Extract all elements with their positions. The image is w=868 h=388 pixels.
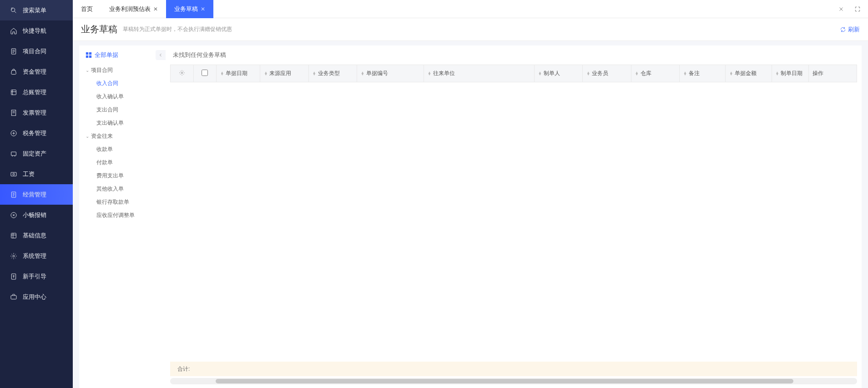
- sidebar-item-9[interactable]: 经营管理: [0, 184, 73, 205]
- sidebar-item-4[interactable]: 总账管理: [0, 82, 73, 102]
- sidebar-item-8[interactable]: 工资: [0, 164, 73, 184]
- money-bag-icon: [10, 68, 17, 76]
- sidebar-item-label: 税务管理: [23, 129, 46, 137]
- sidebar-item-5[interactable]: 发票管理: [0, 102, 73, 123]
- sidebar-item-12[interactable]: 系统管理: [0, 246, 73, 266]
- tab-1[interactable]: 业务利润预估表✕: [101, 0, 166, 18]
- sidebar-item-11[interactable]: 基础信息: [0, 225, 73, 246]
- sidebar-item-label: 工资: [23, 170, 35, 178]
- column-header-6[interactable]: ▲▼往来单位: [424, 65, 534, 82]
- column-header-9[interactable]: ▲▼仓库: [631, 65, 679, 82]
- gear-icon[interactable]: [179, 71, 185, 77]
- tab-close-icon[interactable]: ✕: [153, 6, 158, 12]
- column-label: 单据日期: [226, 70, 247, 77]
- column-header-4[interactable]: ▲▼业务类型: [308, 65, 357, 82]
- tax-icon: [10, 130, 17, 137]
- column-header-11[interactable]: ▲▼单据金额: [726, 65, 772, 82]
- sidebar-item-label: 固定资产: [23, 150, 46, 158]
- sort-icon: ▲▼: [428, 72, 431, 76]
- sidebar-item-0[interactable]: 搜索菜单: [0, 0, 73, 20]
- guide-icon: [10, 273, 17, 280]
- sort-icon: ▲▼: [729, 72, 733, 76]
- column-header-10[interactable]: ▲▼备注: [679, 65, 725, 82]
- horizontal-scrollbar[interactable]: [170, 378, 857, 384]
- sidebar-item-label: 经营管理: [23, 191, 46, 199]
- filter-item-0-2[interactable]: 支出合同: [79, 103, 166, 116]
- column-label: 仓库: [641, 70, 651, 77]
- column-header-2[interactable]: ▲▼单据日期: [217, 65, 260, 82]
- table-area: 未找到任何业务草稿 ▲▼单据日期▲▼来源应用▲▼业务类型▲▼单据编号▲▼往来单位…: [166, 45, 862, 388]
- sidebar-item-label: 小畅报销: [23, 211, 46, 219]
- tab-0[interactable]: 首页: [73, 0, 101, 18]
- sidebar-item-6[interactable]: 税务管理: [0, 123, 73, 143]
- sidebar-item-14[interactable]: 应用中心: [0, 287, 73, 307]
- svg-rect-14: [11, 295, 16, 299]
- tab-2[interactable]: 业务草稿✕: [166, 0, 213, 18]
- column-label: 往来单位: [433, 70, 455, 77]
- column-label: 备注: [689, 70, 700, 77]
- column-header-12[interactable]: ▲▼制单日期: [772, 65, 808, 82]
- sidebar-item-7[interactable]: 固定资产: [0, 143, 73, 164]
- filter-all-docs[interactable]: 全部单据: [79, 51, 166, 64]
- collapse-filter-icon[interactable]: [156, 50, 166, 60]
- invoice-icon: [10, 109, 17, 116]
- sort-icon: ▲▼: [220, 72, 224, 76]
- svg-rect-17: [86, 55, 88, 58]
- svg-rect-15: [86, 52, 88, 55]
- sidebar-item-label: 发票管理: [23, 109, 46, 117]
- tab-close-icon[interactable]: ✕: [201, 6, 205, 12]
- sidebar-item-10[interactable]: 小畅报销: [0, 205, 73, 225]
- column-label: 操作: [812, 70, 823, 77]
- filter-item-1-3[interactable]: 其他收入单: [79, 182, 166, 196]
- column-header-3[interactable]: ▲▼来源应用: [260, 65, 308, 82]
- close-icon[interactable]: [835, 3, 847, 15]
- filter-item-0-0[interactable]: 收入合同: [79, 77, 166, 90]
- svg-rect-6: [11, 172, 16, 176]
- column-label: 制单人: [544, 70, 560, 77]
- contract-icon: [10, 48, 17, 55]
- scrollbar-thumb[interactable]: [216, 379, 793, 383]
- column-header-13: 操作: [808, 65, 857, 82]
- sidebar-item-2[interactable]: 项目合同: [0, 41, 73, 61]
- sidebar-item-13[interactable]: 新手引导: [0, 266, 73, 287]
- filter-item-0-1[interactable]: 收入确认单: [79, 90, 166, 103]
- filter-item-0-3[interactable]: 支出确认单: [79, 116, 166, 130]
- svg-rect-10: [11, 233, 16, 238]
- svg-point-7: [13, 173, 15, 175]
- filter-item-1-1[interactable]: 付款单: [79, 156, 166, 169]
- filter-item-1-5[interactable]: 应收应付调整单: [79, 209, 166, 222]
- chevron-down-icon: ⌄: [86, 134, 89, 139]
- filter-item-1-0[interactable]: 收款单: [79, 143, 166, 156]
- tab-label: 业务利润预估表: [109, 5, 151, 13]
- tab-label: 业务草稿: [174, 5, 198, 13]
- table-footer: 合计:: [170, 362, 857, 376]
- appcenter-icon: [10, 293, 17, 301]
- column-header-8[interactable]: ▲▼业务员: [583, 65, 631, 82]
- sidebar-item-label: 系统管理: [23, 252, 46, 260]
- empty-message: 未找到任何业务草稿: [166, 45, 862, 65]
- select-all-checkbox[interactable]: [202, 70, 208, 76]
- fullscreen-icon[interactable]: [852, 3, 863, 15]
- sidebar-item-label: 新手引导: [23, 272, 46, 281]
- column-header-0: [171, 65, 194, 82]
- sort-icon: ▲▼: [538, 72, 542, 76]
- filter-group-0[interactable]: ⌄项目合同: [79, 64, 166, 77]
- sidebar-item-label: 资金管理: [23, 68, 46, 76]
- sidebar-item-label: 总账管理: [23, 88, 46, 96]
- filter-item-1-4[interactable]: 银行存取款单: [79, 196, 166, 209]
- sort-icon: ▲▼: [776, 72, 779, 76]
- filter-group-1[interactable]: ⌄资金往来: [79, 130, 166, 143]
- refresh-button[interactable]: 刷新: [840, 25, 860, 34]
- asset-icon: [10, 150, 17, 157]
- column-label: 单据金额: [735, 70, 757, 77]
- grid-icon: [86, 52, 92, 58]
- filter-item-1-2[interactable]: 费用支出单: [79, 169, 166, 182]
- sidebar-item-3[interactable]: 资金管理: [0, 61, 73, 82]
- sort-icon: ▲▼: [313, 72, 316, 76]
- column-header-5[interactable]: ▲▼单据编号: [357, 65, 424, 82]
- column-header-7[interactable]: ▲▼制单人: [535, 65, 583, 82]
- sidebar-item-1[interactable]: 快捷导航: [0, 20, 73, 41]
- reimburse-icon: [10, 212, 17, 219]
- svg-point-11: [13, 255, 15, 257]
- sidebar-item-label: 项目合同: [23, 47, 46, 55]
